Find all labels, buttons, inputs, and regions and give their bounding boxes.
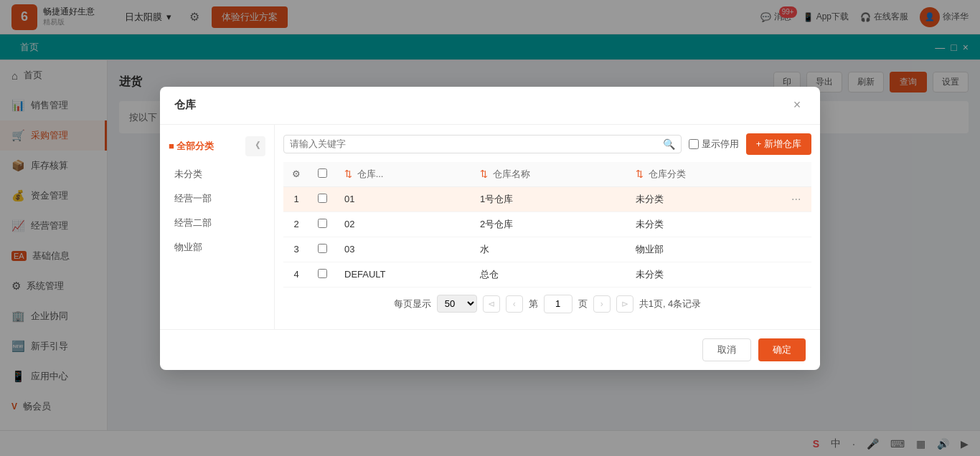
row-more-btn-1[interactable]: ··· [791,193,801,205]
warehouse-table: ⚙ ⇅ 仓库... ⇅ [283,162,811,288]
th-actions [783,162,811,187]
row-num-3: 3 [283,237,309,262]
category-item-unclassified[interactable]: 未分类 [160,162,274,186]
page-label: 第 [529,298,538,310]
pagination: 每页显示 50 20 100 ⊲ ‹ 第 页 › ⊳ 共1页, 4条记录 [283,288,811,320]
page-prev-btn[interactable]: ‹ [506,295,523,313]
table-row[interactable]: 1 01 1号仓库 未分类 ··· [283,186,811,212]
th-name: ⇅ 仓库名称 [471,162,627,187]
show-disabled-label: 显示停用 [689,138,739,151]
row-num-1: 1 [283,186,309,212]
row-code-2: 02 [336,212,471,237]
table-toolbar: 🔍 显示停用 + 新增仓库 [283,133,811,155]
modal-close-btn[interactable]: × [788,97,806,114]
category-panel: ■ 全部分类 《 未分类 经营一部 经营二部 物业部 [160,125,275,329]
row-checkbox-3[interactable] [309,237,336,262]
total-info: 共1页, 4条记录 [639,298,702,310]
row-code-3: 03 [336,237,471,262]
table-row[interactable]: 2 02 2号仓库 未分类 [283,212,811,237]
page-next-btn[interactable]: › [593,295,611,313]
page-last-btn[interactable]: ⊳ [616,295,633,313]
table-row[interactable]: 4 DEFAULT 总仓 未分类 [283,262,811,287]
th-code: ⇅ 仓库... [336,162,471,187]
select-all-checkbox[interactable] [318,168,327,178]
row-actions-1: ··· [783,186,811,212]
row-code-1: 01 [336,186,471,212]
row-actions-3 [783,237,811,262]
search-input[interactable] [290,138,663,149]
cancel-button[interactable]: 取消 [702,338,751,361]
page-first-btn[interactable]: ⊲ [483,295,500,313]
row-num-2: 2 [283,212,309,237]
row-name-1: 1号仓库 [471,186,627,212]
show-disabled-checkbox[interactable] [689,139,699,149]
search-input-wrap: 🔍 [283,135,682,153]
page-number-input[interactable] [544,295,573,313]
modal-footer: 取消 确定 [160,329,820,370]
table-row[interactable]: 3 03 水 物业部 [283,237,811,262]
th-category: ⇅ 仓库分类 [627,162,783,187]
modal-title: 仓库 [174,98,196,112]
row-actions-4 [783,262,811,287]
table-panel: 🔍 显示停用 + 新增仓库 ⚙ [275,125,820,329]
row-actions-2 [783,212,811,237]
row-category-1: 未分类 [627,186,783,212]
modal-header: 仓库 × [160,87,820,125]
add-warehouse-btn[interactable]: + 新增仓库 [746,133,811,155]
category-collapse-btn[interactable]: 《 [245,136,265,156]
row-num-4: 4 [283,262,309,287]
row-checkbox-1[interactable] [309,186,336,212]
table-scroll-area: ⚙ ⇅ 仓库... ⇅ [283,162,811,288]
settings-col-icon: ⚙ [292,168,301,179]
category-item-ops2[interactable]: 经营二部 [160,211,274,235]
category-item-property[interactable]: 物业部 [160,235,274,260]
category-item-ops1[interactable]: 经营一部 [160,186,274,211]
row-name-2: 2号仓库 [471,212,627,237]
modal-overlay: 仓库 × ■ 全部分类 《 未分类 经营一部 经营二部 物业部 [0,0,980,456]
row-name-3: 水 [471,237,627,262]
category-header[interactable]: ■ 全部分类 《 [160,130,274,162]
table-header: ⚙ ⇅ 仓库... ⇅ [283,162,811,187]
per-page-label: 每页显示 [394,298,431,310]
row-category-3: 物业部 [627,237,783,262]
table-body: 1 01 1号仓库 未分类 ··· 2 02 2 [283,186,811,287]
row-checkbox-4[interactable] [309,262,336,287]
page-suffix: 页 [578,298,588,310]
th-checkbox [309,162,336,187]
category-header-label: ■ 全部分类 [169,140,214,153]
warehouse-modal: 仓库 × ■ 全部分类 《 未分类 经营一部 经营二部 物业部 [160,87,820,370]
row-category-4: 未分类 [627,262,783,287]
row-category-2: 未分类 [627,212,783,237]
th-settings: ⚙ [283,162,309,187]
modal-body: ■ 全部分类 《 未分类 经营一部 经营二部 物业部 🔍 [160,125,820,329]
row-name-4: 总仓 [471,262,627,287]
table-header-row: ⚙ ⇅ 仓库... ⇅ [283,162,811,187]
confirm-button[interactable]: 确定 [758,338,806,361]
per-page-select[interactable]: 50 20 100 [437,295,477,313]
search-icon[interactable]: 🔍 [663,138,675,150]
row-checkbox-2[interactable] [309,212,336,237]
row-code-4: DEFAULT [336,262,471,287]
